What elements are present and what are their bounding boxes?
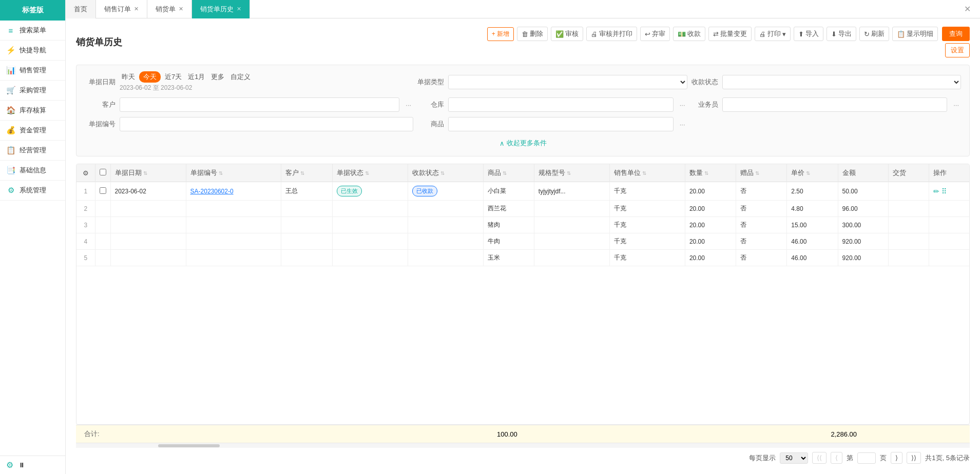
- row-doc-no-4[interactable]: [186, 250, 281, 266]
- th-price[interactable]: 单价 ⇅: [787, 164, 838, 182]
- warehouse-input[interactable]: [448, 97, 674, 112]
- query-button[interactable]: 查询: [942, 27, 970, 41]
- th-doc-date[interactable]: 单据日期 ⇅: [110, 164, 186, 182]
- tab-sales-delivery[interactable]: 销货单 ✕: [147, 0, 192, 18]
- row-checkbox-1[interactable]: [95, 201, 110, 217]
- pause-icon[interactable]: ⏸: [18, 461, 25, 469]
- doc-no-label: 单据编号: [85, 120, 116, 129]
- th-unit-label: 销售单位: [614, 168, 641, 177]
- tab-sales-order-close[interactable]: ✕: [134, 6, 139, 12]
- last-page-btn[interactable]: ⟩⟩: [907, 452, 921, 464]
- customer-input[interactable]: [120, 97, 399, 112]
- shortcut-custom[interactable]: 自定义: [228, 71, 253, 83]
- row-action-4: [929, 250, 969, 266]
- select-all-checkbox[interactable]: [100, 169, 106, 175]
- sidebar-item-basic-info[interactable]: 📑 基础信息: [0, 161, 65, 181]
- shortcut-more[interactable]: 更多: [209, 71, 226, 83]
- more-icon[interactable]: ⠿: [941, 187, 947, 195]
- scroll-thumb[interactable]: [158, 444, 220, 447]
- new-button[interactable]: + 新增: [487, 27, 514, 41]
- table-settings-icon[interactable]: ⚙: [83, 169, 89, 177]
- sidebar-item-search-menu[interactable]: ≡ 搜索菜单: [0, 21, 65, 41]
- abandon-button[interactable]: ↩ 弃审: [640, 27, 670, 41]
- sort-product-icon: ⇅: [503, 170, 507, 176]
- collect-status-select[interactable]: [722, 75, 961, 89]
- salesman-input[interactable]: [722, 97, 948, 112]
- warehouse-ellipsis[interactable]: ···: [678, 101, 687, 109]
- th-doc-no[interactable]: 单据编号 ⇅: [186, 164, 281, 182]
- row-checkbox-3[interactable]: [95, 233, 110, 250]
- batch-change-button[interactable]: ⇄ 批量变更: [708, 27, 752, 41]
- shortcut-1month[interactable]: 近1月: [186, 71, 207, 83]
- import-button[interactable]: ⬆ 导入: [794, 27, 823, 41]
- shortcut-7days[interactable]: 近7天: [163, 71, 184, 83]
- customer-label: 客户: [85, 100, 116, 109]
- audit-print-button[interactable]: 🖨 审核并打印: [586, 27, 637, 41]
- window-close-btn[interactable]: ✕: [960, 4, 975, 14]
- next-page-btn[interactable]: ⟩: [891, 452, 902, 464]
- row-doc-no-3[interactable]: [186, 233, 281, 250]
- edit-icon[interactable]: ✏: [933, 187, 939, 195]
- row-doc-no-1[interactable]: [186, 201, 281, 217]
- sort-doc-date-icon: ⇅: [143, 170, 147, 176]
- salesman-ellipsis[interactable]: ···: [951, 101, 961, 109]
- th-product[interactable]: 商品 ⇅: [483, 164, 534, 182]
- row-product-2: 猪肉: [483, 217, 534, 233]
- row-checkbox-0[interactable]: [95, 182, 110, 201]
- table-body: 1 2023-06-02 SA-20230602-0 王总 已生效 已收款 小白…: [76, 182, 969, 266]
- th-qty[interactable]: 数量 ⇅: [685, 164, 736, 182]
- th-spec[interactable]: 规格型号 ⇅: [534, 164, 609, 182]
- export-button[interactable]: ⬇ 导出: [827, 27, 856, 41]
- refresh-button[interactable]: ↻ 刷新: [859, 27, 889, 41]
- doc-no-input[interactable]: [120, 117, 413, 131]
- row-checkbox-2[interactable]: [95, 217, 110, 233]
- th-doc-status[interactable]: 单据状态 ⇅: [332, 164, 408, 182]
- sidebar-item-quick-nav[interactable]: ⚡ 快捷导航: [0, 41, 65, 61]
- doc-type-select[interactable]: [448, 75, 687, 89]
- first-page-btn[interactable]: ⟨⟨: [812, 452, 827, 464]
- delete-button[interactable]: 🗑 删除: [517, 27, 548, 41]
- print-button[interactable]: 🖨 打印 ▾: [755, 27, 791, 41]
- sidebar-item-inventory[interactable]: 🏠 库存核算: [0, 101, 65, 121]
- th-customer[interactable]: 客户 ⇅: [281, 164, 332, 182]
- collect-button[interactable]: 💵 收款: [673, 27, 705, 41]
- row-checkbox-4[interactable]: [95, 250, 110, 266]
- sidebar-item-operations[interactable]: 📋 经营管理: [0, 141, 65, 161]
- tab-sales-delivery-close[interactable]: ✕: [179, 6, 183, 12]
- sidebar-item-purchase-mgmt[interactable]: 🛒 采购管理: [0, 81, 65, 101]
- search-menu-icon: ≡: [6, 26, 15, 35]
- th-settings[interactable]: ⚙: [76, 164, 95, 182]
- row-doc-no-2[interactable]: [186, 217, 281, 233]
- sidebar-item-system-mgmt[interactable]: ⚙ 系统管理: [0, 181, 65, 201]
- th-unit[interactable]: 销售单位 ⇅: [609, 164, 685, 182]
- collapse-button[interactable]: ∧ 收起更多条件: [85, 136, 961, 150]
- row-action-1: [929, 201, 969, 217]
- customer-ellipsis[interactable]: ···: [403, 101, 413, 109]
- tab-sales-history[interactable]: 销货单历史 ✕: [192, 0, 250, 18]
- row-doc-no-0[interactable]: SA-20230602-0: [186, 182, 281, 201]
- page-input[interactable]: 1: [857, 452, 876, 464]
- row-transaction-0: [889, 182, 929, 201]
- filter-area: 单据日期 昨天 今天 近7天 近1月 更多 自定义 2023-06-02 至 2…: [76, 65, 970, 156]
- set-button[interactable]: 设置: [945, 43, 970, 57]
- th-gift[interactable]: 赠品 ⇅: [736, 164, 787, 182]
- tab-home[interactable]: 首页: [66, 0, 96, 18]
- row-qty-3: 20.00: [685, 233, 736, 250]
- sidebar-item-finance[interactable]: 💰 资金管理: [0, 121, 65, 141]
- shortcut-today[interactable]: 今天: [139, 71, 161, 83]
- show-detail-button[interactable]: 📋 显示明细: [892, 27, 938, 41]
- th-collect-status[interactable]: 收款状态 ⇅: [408, 164, 483, 182]
- shortcut-yesterday[interactable]: 昨天: [120, 71, 137, 83]
- tab-home-label: 首页: [74, 5, 87, 14]
- print-dropdown-icon: ▾: [782, 30, 786, 38]
- table-row: 3 猪肉 千克 20.00 否 15.00 300.00: [76, 217, 969, 233]
- sidebar-item-sales-mgmt[interactable]: 📊 销售管理: [0, 61, 65, 81]
- tab-sales-history-close[interactable]: ✕: [237, 6, 241, 12]
- product-ellipsis[interactable]: ···: [678, 121, 687, 128]
- settings-bottom-icon[interactable]: ⚙: [6, 460, 13, 470]
- audit-button[interactable]: ✅ 审核: [551, 27, 583, 41]
- tab-sales-order[interactable]: 销售订单 ✕: [96, 0, 147, 18]
- page-size-select[interactable]: 50 100: [780, 452, 808, 464]
- product-input[interactable]: [448, 117, 674, 131]
- prev-page-btn[interactable]: ⟨: [831, 452, 842, 464]
